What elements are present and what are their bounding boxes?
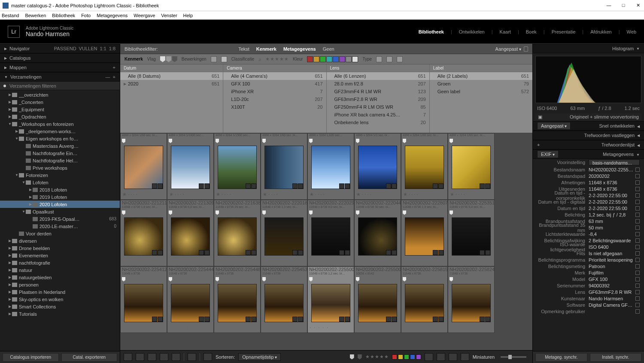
attr-kenmerk[interactable]: Kenmerk — [125, 57, 143, 61]
catalog-header[interactable]: ▶ Catalogus — [0, 53, 120, 63]
keywording-header[interactable]: Trefwoorden vastleggen◀ — [533, 131, 644, 140]
thumbnail-cell[interactable]: NH20200202-225500.RAF11648 x 8736 1,2 se… — [307, 266, 354, 333]
meta-column-header[interactable]: Label — [430, 64, 532, 72]
disclosure-icon[interactable]: ▶ — [8, 261, 12, 265]
color-swatch[interactable] — [339, 56, 345, 62]
collections-header[interactable]: ▼ Verzamelingen —+ — [0, 72, 120, 82]
menu-bewerken[interactable]: Bewerken — [25, 13, 46, 18]
thumbnail-cell[interactable]: NH20200202-222044.RAF11648 x 8736 30 sec… — [354, 200, 401, 266]
flag-reject-icon[interactable] — [172, 56, 177, 62]
lock-icon[interactable] — [524, 46, 528, 52]
color-swatch[interactable] — [410, 354, 415, 360]
keyword-list-header[interactable]: +Trefwoordenlijst◀ — [533, 140, 644, 149]
thumbnail-image[interactable] — [452, 146, 491, 189]
disclosure-icon[interactable]: ▶ — [8, 290, 12, 294]
exif-select[interactable]: EXIF ▾ — [537, 150, 559, 158]
tree-item[interactable]: Prive workshops — [0, 164, 120, 171]
menu-foto[interactable]: Foto — [81, 13, 91, 18]
meta-column-header[interactable]: Datum — [120, 64, 223, 72]
goto-icon[interactable] — [635, 200, 640, 204]
flag-icon[interactable] — [169, 210, 172, 215]
disclosure-icon[interactable]: ▶ — [8, 93, 12, 97]
goto-icon[interactable] — [635, 238, 640, 243]
thumbnail-image[interactable] — [264, 217, 304, 256]
module-afdrukken[interactable]: Afdrukken — [590, 29, 612, 34]
color-swatch[interactable] — [398, 354, 403, 360]
disclosure-icon[interactable]: ▶ — [8, 297, 12, 301]
rating-star[interactable]: ★ — [365, 354, 370, 360]
flag-icon[interactable] — [216, 210, 219, 215]
thumbnail-image[interactable] — [124, 284, 163, 322]
tree-item[interactable]: ▶_Equipment — [0, 106, 120, 113]
meta-filter-row[interactable]: Alle (8 Datums)651 — [120, 72, 223, 80]
flag-icon[interactable] — [169, 277, 172, 281]
goto-icon[interactable] — [635, 213, 640, 217]
module-web[interactable]: Web — [627, 29, 636, 34]
thumbnail-image[interactable] — [264, 284, 304, 322]
tree-item[interactable]: 2019-FKS-Opaal…683 — [0, 215, 120, 223]
survey-view-icon[interactable] — [160, 353, 168, 361]
flag-icon[interactable] — [262, 139, 266, 143]
thumbnail-cell[interactable]: NH20200202-221211.RAF11648 x 8736 1,6 se… — [120, 200, 167, 266]
thumb-size-slider[interactable] — [501, 356, 526, 358]
goto-icon[interactable] — [635, 251, 640, 256]
meta-column-header[interactable]: Lens — [327, 64, 429, 72]
edits-icon-2[interactable] — [221, 56, 227, 62]
thumbnail-cell[interactable]: 4896 x 3264 1/60 sec. bi…★ · · · · — [401, 133, 448, 200]
meta-filter-row[interactable]: GF250mmF4 R LM OIS WR85 — [327, 103, 429, 111]
disclosure-icon[interactable]: ▼ — [21, 210, 26, 214]
goto-icon[interactable] — [635, 271, 640, 275]
color-swatch[interactable] — [333, 56, 339, 62]
tree-item[interactable]: Masterclass Auverg… — [0, 142, 120, 149]
sync-settings-button[interactable]: Instell. synchr. — [590, 353, 642, 362]
thumbnail-cell[interactable]: NH20200202-225500-HDR…10056 x 8142· · · … — [354, 266, 401, 333]
navigator-header[interactable]: ▶ Navigator PASSENDVULLEN1:11:8 — [0, 44, 120, 53]
goto-icon[interactable] — [635, 264, 640, 268]
flag-icon[interactable] — [403, 210, 406, 215]
flag-icon[interactable] — [262, 277, 266, 281]
quick-develop-header[interactable]: Aangepast ▾ Snel ontwikkelen◀ — [533, 121, 644, 131]
meta-filter-row[interactable]: X100T20 — [223, 103, 326, 111]
goto-icon[interactable] — [635, 168, 640, 172]
rating-star[interactable]: ★ — [375, 354, 379, 360]
thumbnail-image[interactable] — [311, 284, 350, 322]
type-icon-3[interactable] — [397, 56, 403, 62]
tree-item[interactable]: ▶Tutorials — [0, 310, 120, 317]
goto-icon[interactable] — [635, 309, 640, 314]
module-boek[interactable]: Boek — [526, 29, 537, 34]
flag-icon[interactable] — [309, 277, 313, 281]
add-folder-icon[interactable]: + — [113, 65, 115, 70]
meta-filter-row[interactable]: GF23mmF4 R LM WR123 — [327, 88, 429, 95]
rotate-left-icon[interactable] — [425, 353, 433, 361]
thumbnail-cell[interactable]: NH20200202-225824.RAF11648 x 8736· · · ·… — [448, 266, 495, 333]
thumbnail-image[interactable] — [218, 217, 257, 256]
flag-icon[interactable] — [350, 354, 354, 360]
thumbnail-image[interactable] — [358, 284, 397, 322]
thumbnail-cell[interactable]: NH20200202-225351.RAF11648 x 8736 5,0 se… — [448, 200, 495, 266]
tree-item[interactable]: ▼Fotoreizen — [0, 171, 120, 179]
add-keyword-icon[interactable]: + — [537, 142, 540, 147]
tree-item[interactable]: ▶_deelgenomen-works… — [0, 128, 120, 135]
goto-icon[interactable] — [635, 226, 640, 230]
meta-filter-row[interactable]: Onbekende lens20 — [327, 119, 429, 126]
tree-item[interactable]: ▶Drone beelden — [0, 244, 120, 252]
thumbnail-image[interactable] — [124, 217, 163, 256]
disclosure-icon[interactable]: ▶ — [8, 107, 12, 111]
tree-item[interactable]: ▶_Concerten — [0, 98, 120, 106]
loupe-view-icon[interactable] — [136, 353, 144, 361]
disclosure-icon[interactable]: ▼ — [15, 173, 19, 177]
thumbnail-image[interactable] — [171, 146, 210, 189]
thumbnail-cell[interactable]: NH20200202-225448.RAF11648 x 8736· · · ·… — [214, 266, 261, 333]
flag-pick-icon[interactable] — [160, 56, 165, 62]
tree-item[interactable]: 2020-LE-master…0 — [0, 223, 120, 230]
goto-icon[interactable] — [635, 245, 640, 249]
tree-item[interactable]: ▶nachtfotografie — [0, 259, 120, 266]
meta-column-header[interactable]: Camera — [223, 64, 326, 72]
menu-metagegevens[interactable]: Metagegevens — [97, 13, 128, 18]
flag-icon[interactable] — [309, 139, 313, 143]
goto-icon[interactable] — [635, 284, 640, 288]
type-icon[interactable] — [376, 56, 382, 62]
tree-item[interactable]: Nachtfotografie Hel… — [0, 157, 120, 164]
filter-tab-metagegevens[interactable]: Metagegevens — [283, 46, 316, 52]
thumbnail-cell[interactable]: NH20200202-222807.RAF11648 x 8736 1,3 se… — [401, 200, 448, 266]
